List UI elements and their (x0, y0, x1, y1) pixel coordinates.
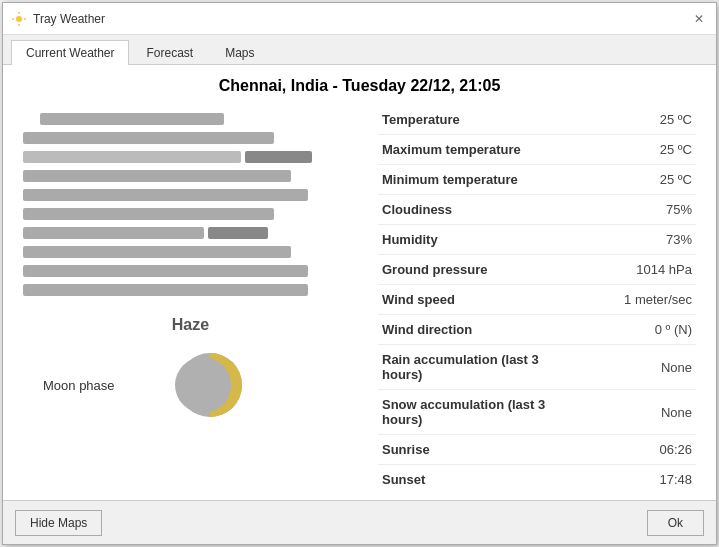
weather-value: 1 meter/sec (569, 285, 696, 315)
weather-table-row: Humidity 73% (378, 225, 696, 255)
weather-icon (11, 11, 27, 27)
weather-value: 25 ºC (569, 105, 696, 135)
weather-bar-7a (23, 227, 204, 239)
weather-table-row: Cloudiness 75% (378, 195, 696, 225)
weather-value: None (569, 345, 696, 390)
tab-bar: Current Weather Forecast Maps (3, 35, 716, 65)
ok-button[interactable]: Ok (647, 510, 704, 536)
weather-bar-4 (23, 170, 291, 182)
weather-table-row: Wind direction 0 º (N) (378, 315, 696, 345)
weather-table-row: Snow accumulation (last 3 hours) None (378, 390, 696, 435)
weather-value: 1014 hPa (569, 255, 696, 285)
weather-bar-10 (23, 284, 308, 296)
title-bar-left: Tray Weather (11, 11, 105, 27)
weather-label: Temperature (378, 105, 569, 135)
weather-label: Cloudiness (378, 195, 569, 225)
weather-value: 73% (569, 225, 696, 255)
moon-phase-label: Moon phase (43, 378, 115, 393)
right-panel: Temperature 25 ºC Maximum temperature 25… (368, 105, 706, 500)
weather-bar-3a (23, 151, 241, 163)
moon-phase-graphic (175, 350, 245, 420)
weather-table: Temperature 25 ºC Maximum temperature 25… (378, 105, 696, 494)
close-button[interactable]: ✕ (690, 10, 708, 28)
title-bar: Tray Weather ✕ (3, 3, 716, 35)
weather-table-row: Sunset 17:48 (378, 465, 696, 495)
left-panel: Haze Moon phase (13, 105, 368, 500)
tab-maps[interactable]: Maps (210, 40, 269, 65)
footer: Hide Maps Ok (3, 500, 716, 544)
location-title: Chennai, India - Tuesday 22/12, 21:05 (3, 65, 716, 105)
tab-forecast[interactable]: Forecast (131, 40, 208, 65)
weather-bar-6 (23, 208, 274, 220)
weather-table-row: Sunrise 06:26 (378, 435, 696, 465)
weather-bar-8 (23, 246, 291, 258)
weather-bar-row-7 (23, 227, 358, 239)
weather-value: None (569, 390, 696, 435)
main-window: Tray Weather ✕ Current Weather Forecast … (2, 2, 717, 545)
weather-bar-3b (245, 151, 312, 163)
weather-value: 06:26 (569, 435, 696, 465)
svg-point-0 (16, 16, 22, 22)
svg-point-8 (175, 357, 231, 413)
weather-bar-9 (23, 265, 308, 277)
weather-bar-row-3 (23, 151, 358, 163)
weather-label: Snow accumulation (last 3 hours) (378, 390, 569, 435)
moon-phase-row: Moon phase (23, 342, 358, 428)
weather-label: Sunrise (378, 435, 569, 465)
weather-value: 17:48 (569, 465, 696, 495)
weather-value: 75% (569, 195, 696, 225)
weather-label: Maximum temperature (378, 135, 569, 165)
weather-bar-7b (208, 227, 268, 239)
weather-bar-1 (40, 113, 224, 125)
weather-table-row: Temperature 25 ºC (378, 105, 696, 135)
weather-value: 0 º (N) (569, 315, 696, 345)
window-title: Tray Weather (33, 12, 105, 26)
condition-label: Haze (23, 304, 358, 342)
weather-table-row: Minimum temperature 25 ºC (378, 165, 696, 195)
weather-label: Sunset (378, 465, 569, 495)
weather-bar-5 (23, 189, 308, 201)
weather-label: Minimum temperature (378, 165, 569, 195)
weather-table-row: Maximum temperature 25 ºC (378, 135, 696, 165)
content-area: Chennai, India - Tuesday 22/12, 21:05 (3, 65, 716, 500)
weather-value: 25 ºC (569, 165, 696, 195)
weather-label: Ground pressure (378, 255, 569, 285)
weather-table-row: Ground pressure 1014 hPa (378, 255, 696, 285)
weather-table-row: Rain accumulation (last 3 hours) None (378, 345, 696, 390)
weather-bars (23, 105, 358, 304)
weather-label: Wind direction (378, 315, 569, 345)
weather-label: Rain accumulation (last 3 hours) (378, 345, 569, 390)
weather-bar-2 (23, 132, 274, 144)
weather-label: Wind speed (378, 285, 569, 315)
weather-value: 25 ºC (569, 135, 696, 165)
tab-current-weather[interactable]: Current Weather (11, 40, 129, 65)
moon-svg (175, 350, 245, 420)
hide-maps-button[interactable]: Hide Maps (15, 510, 102, 536)
main-area: Haze Moon phase (3, 105, 716, 500)
weather-table-row: Wind speed 1 meter/sec (378, 285, 696, 315)
weather-label: Humidity (378, 225, 569, 255)
